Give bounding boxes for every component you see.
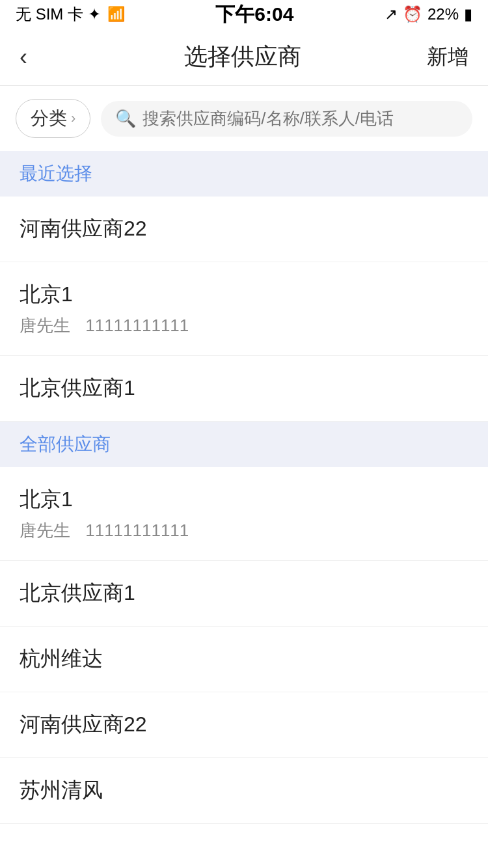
item-name: 河南供应商22 <box>20 711 468 739</box>
item-name: 河南供应商22 <box>20 215 468 243</box>
all-section-label: 全部供应商 <box>20 434 111 454</box>
status-left: 无 SIM 卡 ✦ 📶 <box>16 4 125 25</box>
all-section-header: 全部供应商 <box>0 422 488 467</box>
item-name: 北京1 <box>20 280 468 309</box>
chevron-right-icon: › <box>71 110 75 127</box>
item-name: 北京供应商1 <box>20 374 468 403</box>
page-title: 选择供应商 <box>184 41 301 73</box>
status-right: ↗ ⏰ 22% ▮ <box>385 5 472 23</box>
item-name: 北京1 <box>20 485 468 514</box>
item-name: 北京供应商1 <box>20 579 468 608</box>
recent-section-header: 最近选择 <box>0 151 488 197</box>
search-input[interactable] <box>142 109 458 129</box>
battery-icon: ▮ <box>464 5 472 23</box>
alarm-icon: ⏰ <box>403 5 422 23</box>
contact-phone: 11111111111 <box>85 316 189 335</box>
wifi-icon: 📶 <box>107 6 125 23</box>
nav-bar: ‹ 选择供应商 新增 <box>0 29 488 86</box>
status-time: 下午6:04 <box>215 1 293 28</box>
contact-name: 唐先生 <box>20 316 70 335</box>
item-contact: 唐先生 11111111111 <box>20 314 468 337</box>
list-item[interactable]: 苏州清风 <box>0 758 488 824</box>
status-bar: 无 SIM 卡 ✦ 📶 下午6:04 ↗ ⏰ 22% ▮ <box>0 0 488 29</box>
location-icon: ↗ <box>385 5 398 23</box>
search-box: 🔍 <box>101 101 472 137</box>
category-filter-button[interactable]: 分类 › <box>16 99 90 138</box>
search-icon: 🔍 <box>115 109 136 129</box>
list-item[interactable]: 杭州维达 <box>0 627 488 692</box>
list-item[interactable]: 河南供应商22 <box>0 692 488 758</box>
list-item[interactable]: 河南供应商22 <box>0 197 488 262</box>
category-label: 分类 <box>31 106 67 131</box>
filter-bar: 分类 › 🔍 <box>0 86 488 151</box>
all-items-list: 北京1 唐先生 11111111111 北京供应商1 杭州维达 河南供应商22 … <box>0 467 488 824</box>
recent-section-label: 最近选择 <box>20 163 92 183</box>
sim-status: 无 SIM 卡 ✦ <box>16 4 101 25</box>
item-name: 杭州维达 <box>20 645 468 673</box>
list-item[interactable]: 北京1 唐先生 11111111111 <box>0 467 488 561</box>
recent-items-list: 河南供应商22 北京1 唐先生 11111111111 北京供应商1 <box>0 197 488 422</box>
list-item[interactable]: 北京供应商1 <box>0 561 488 627</box>
list-item[interactable]: 北京1 唐先生 11111111111 <box>0 262 488 356</box>
battery-indicator: 22% <box>427 5 459 23</box>
new-supplier-button[interactable]: 新增 <box>427 43 468 72</box>
item-name: 苏州清风 <box>20 776 468 805</box>
back-button[interactable]: ‹ <box>20 44 59 71</box>
contact-phone: 11111111111 <box>85 521 189 540</box>
item-contact: 唐先生 11111111111 <box>20 519 468 542</box>
contact-name: 唐先生 <box>20 521 70 540</box>
list-item[interactable]: 北京供应商1 <box>0 356 488 422</box>
